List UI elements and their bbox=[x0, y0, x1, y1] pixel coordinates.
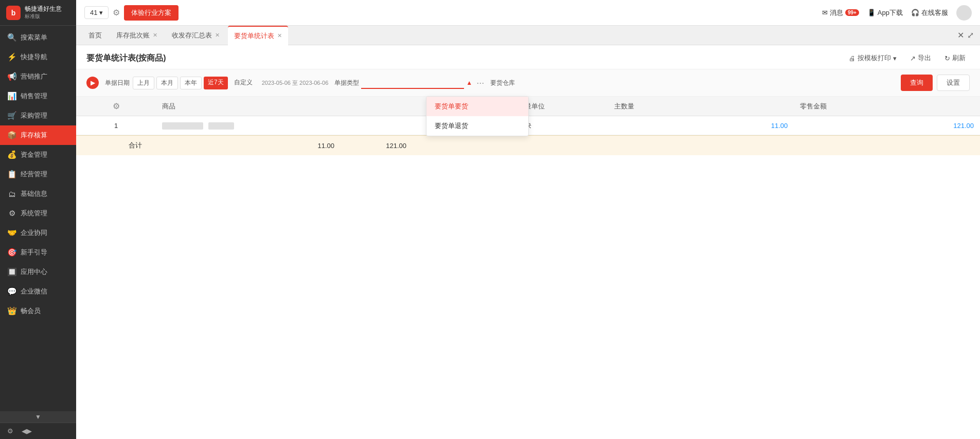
messages-button[interactable]: ✉ 消息 99+ bbox=[822, 8, 859, 17]
sidebar-label-apps: 应用中心 bbox=[21, 267, 47, 277]
export-icon: ↗ bbox=[910, 54, 916, 62]
sidebar-toggle-icon[interactable]: ◀▶ bbox=[22, 427, 32, 435]
date-prev-month-btn[interactable]: 上月 bbox=[133, 77, 154, 89]
goods-code-placeholder bbox=[208, 122, 234, 130]
tab-home[interactable]: 首页 bbox=[82, 26, 108, 45]
sidebar-item-inventory[interactable]: 📦库存核算 bbox=[0, 125, 76, 145]
sidebar-item-marketing[interactable]: 📢营销推广 bbox=[0, 67, 76, 86]
date-filter-label: 单据日期 bbox=[105, 79, 130, 87]
topbar: 41 ▾ ⚙ 体验行业方案 ✉ 消息 99+ 📱 App下载 🎧 在线客服 bbox=[76, 0, 980, 26]
dropdown-item-return[interactable]: 要货单退货 bbox=[426, 116, 528, 136]
messages-icon: ✉ bbox=[822, 9, 828, 16]
tab-label-home: 首页 bbox=[88, 31, 102, 40]
sidebar-scroll-down[interactable]: ▼ bbox=[0, 411, 76, 423]
sidebar-icon-system: ⚙ bbox=[7, 209, 16, 218]
date-curr-year-btn[interactable]: 本年 bbox=[180, 77, 202, 89]
app-logo-icon: b bbox=[6, 6, 21, 20]
date-week-btn[interactable]: 近7天 bbox=[204, 77, 228, 89]
export-button[interactable]: ↗ 导出 bbox=[906, 51, 935, 65]
page-header-actions: 🖨 按模板打印 ▾ ↗ 导出 ↻ 刷新 bbox=[845, 51, 970, 65]
tab-close-order-stats[interactable]: ✕ bbox=[277, 32, 282, 39]
sidebar-label-system: 系统管理 bbox=[21, 209, 47, 218]
app-download-label: App下载 bbox=[878, 8, 903, 17]
sidebar-label-search: 搜索菜单 bbox=[21, 33, 47, 42]
warehouse-filter-label: 要货仓库 bbox=[490, 79, 515, 87]
sidebar-item-sales[interactable]: 📊销售管理 bbox=[0, 86, 76, 106]
col-settings-header[interactable]: ⚙ bbox=[76, 97, 156, 116]
sidebar-item-enterprise[interactable]: 🤝企业协同 bbox=[0, 223, 76, 243]
table-footer: 合计 11.00 121.00 bbox=[76, 135, 980, 155]
sidebar-label-enterprise: 企业协同 bbox=[21, 228, 47, 237]
industry-solution-button[interactable]: 体验行业方案 bbox=[124, 5, 179, 21]
date-curr-month-btn[interactable]: 本月 bbox=[156, 77, 178, 89]
store-selector[interactable]: 41 ▾ bbox=[84, 6, 109, 19]
sidebar-item-guide[interactable]: 🎯新手引导 bbox=[0, 243, 76, 262]
tab-receipt-summary[interactable]: 收发存汇总表✕ bbox=[166, 26, 226, 45]
sidebar-item-purchase[interactable]: 🛒采购管理 bbox=[0, 106, 76, 125]
page-header: 要货单统计表(按商品) 🖨 按模板打印 ▾ ↗ 导出 ↻ 刷新 bbox=[76, 45, 980, 69]
sidebar-label-guide: 新手引导 bbox=[21, 248, 47, 257]
footer-amount: 121.00 bbox=[334, 142, 406, 150]
sidebar-menu: 🔍搜索菜单⚡快捷导航📢营销推广📊销售管理🛒采购管理📦库存核算💰资金管理📋经营管理… bbox=[0, 26, 76, 411]
sidebar-item-apps[interactable]: 🔲应用中心 bbox=[0, 262, 76, 282]
sidebar-icon-member: 👑 bbox=[7, 306, 16, 316]
sidebar-item-quick-nav[interactable]: ⚡快捷导航 bbox=[0, 47, 76, 67]
footer-label: 合计 bbox=[82, 141, 201, 150]
sidebar-label-member: 畅会员 bbox=[21, 306, 41, 316]
sidebar-icon-wechat: 💬 bbox=[7, 287, 16, 296]
sidebar-label-marketing: 营销推广 bbox=[21, 72, 47, 81]
sidebar: b 畅捷通好生意 标准版 🔍搜索菜单⚡快捷导航📢营销推广📊销售管理🛒采购管理📦库… bbox=[0, 0, 76, 439]
print-template-button[interactable]: 🖨 按模板打印 ▾ bbox=[845, 51, 901, 65]
sidebar-icon-search: 🔍 bbox=[7, 33, 16, 42]
sidebar-icon-apps: 🔲 bbox=[7, 267, 16, 277]
col-amount-header: 零售金额 bbox=[794, 97, 980, 116]
sidebar-item-finance[interactable]: 💰资金管理 bbox=[0, 145, 76, 164]
sidebar-settings-icon[interactable]: ⚙ bbox=[7, 427, 13, 435]
sidebar-label-finance: 资金管理 bbox=[21, 150, 47, 159]
filter-actions: 查询 设置 bbox=[901, 75, 970, 91]
user-avatar[interactable] bbox=[956, 5, 972, 21]
query-button[interactable]: 查询 bbox=[901, 75, 933, 91]
sidebar-item-base[interactable]: 🗂基础信息 bbox=[0, 184, 76, 204]
sidebar-logo: b 畅捷通好生意 标准版 bbox=[0, 0, 76, 26]
sidebar-icon-inventory: 📦 bbox=[7, 131, 16, 140]
sidebar-item-operations[interactable]: 📋经营管理 bbox=[0, 164, 76, 184]
dropdown-item-order[interactable]: 要货单要货 bbox=[426, 97, 528, 116]
type-dropdown-menu: 要货单要货 要货单退货 bbox=[426, 96, 529, 136]
tab-close-inventory-batch[interactable]: ✕ bbox=[153, 32, 157, 39]
sidebar-item-system[interactable]: ⚙系统管理 bbox=[0, 204, 76, 223]
filter-expand-button[interactable]: ▶ bbox=[86, 77, 99, 89]
online-service-button[interactable]: 🎧 在线客服 bbox=[911, 8, 948, 17]
tab-order-stats[interactable]: 要货单统计表✕ bbox=[228, 26, 288, 45]
col-goods-header: 商品 bbox=[156, 97, 448, 116]
sidebar-icon-quick-nav: ⚡ bbox=[7, 52, 16, 62]
tab-close-receipt-summary[interactable]: ✕ bbox=[215, 32, 220, 39]
app-download-icon: 📱 bbox=[867, 9, 876, 16]
sidebar-item-search[interactable]: 🔍搜索菜单 bbox=[0, 28, 76, 47]
app-logo-text: 畅捷通好生意 标准版 bbox=[25, 5, 62, 21]
refresh-icon: ↻ bbox=[945, 54, 950, 62]
settings-button[interactable]: 设置 bbox=[937, 75, 970, 91]
tab-label-inventory-batch: 库存批次账 bbox=[116, 31, 150, 40]
cell-amount-0: 121.00 bbox=[794, 116, 980, 135]
type-filter-arrow[interactable]: ▲ bbox=[466, 79, 472, 86]
cell-seq-0: 1 bbox=[76, 116, 156, 135]
type-filter-input[interactable] bbox=[361, 77, 464, 89]
table-settings-icon[interactable]: ⚙ bbox=[113, 102, 120, 111]
tab-inventory-batch[interactable]: 库存批次账✕ bbox=[110, 26, 164, 45]
app-download-button[interactable]: 📱 App下载 bbox=[867, 8, 903, 17]
sidebar-item-member[interactable]: 👑畅会员 bbox=[0, 301, 76, 321]
sidebar-label-operations: 经营管理 bbox=[21, 170, 47, 179]
sidebar-icon-enterprise: 🤝 bbox=[7, 228, 16, 237]
tab-close-all-button[interactable]: ✕ bbox=[957, 30, 964, 40]
date-custom-btn[interactable]: 自定义 bbox=[230, 77, 257, 89]
type-filter-more[interactable]: ··· bbox=[476, 78, 484, 88]
sidebar-item-wechat[interactable]: 💬企业微信 bbox=[0, 282, 76, 301]
footer-qty: 11.00 bbox=[262, 142, 334, 150]
tab-label-receipt-summary: 收发存汇总表 bbox=[172, 31, 212, 40]
topbar-settings-icon[interactable]: ⚙ bbox=[113, 8, 120, 17]
type-filter-group: 单据类型 ▲ ··· bbox=[334, 77, 484, 89]
refresh-button[interactable]: ↻ 刷新 bbox=[940, 51, 970, 65]
col-qty-header: 主数量 bbox=[608, 97, 794, 116]
tab-expand-button[interactable]: ⤢ bbox=[967, 30, 974, 40]
